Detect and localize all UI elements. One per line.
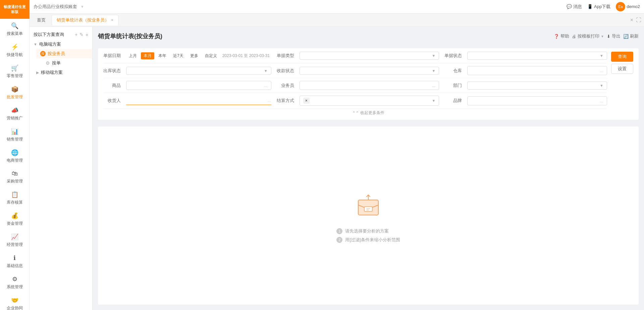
- window-close-button[interactable]: ×: [630, 17, 633, 23]
- tip2-text: 用[过滤]条件来缩小分析范围: [345, 237, 400, 243]
- tab-sales-stats[interactable]: 销货单统计表（按业务员） ×: [52, 15, 118, 25]
- docstatus-filter-cell: 单据状态 ▼: [439, 48, 607, 63]
- message-label: 消息: [573, 4, 582, 10]
- date-tab-7days[interactable]: 近7天: [170, 52, 186, 59]
- doctype-arrow: ▼: [432, 54, 435, 58]
- department-select[interactable]: ▼: [467, 82, 607, 90]
- sidebar-item-label: 搜索菜单: [7, 31, 23, 37]
- payment-status-select[interactable]: ▼: [300, 67, 439, 75]
- settlement-select[interactable]: × ▼: [300, 96, 439, 106]
- sidebar-item-label: 批发管理: [7, 94, 23, 100]
- sidebar-item-system[interactable]: ⚙ 系统管理: [0, 272, 29, 293]
- date-filter-cell: 单据日期 上月 本月 本年 近7天 更多 自定义 2023-03-01 至 20…: [103, 48, 271, 63]
- tab-sales-stats-label: 销货单统计表（按业务员）: [57, 17, 109, 23]
- sidebar-item-inventory[interactable]: 📋 库存核算: [0, 188, 29, 209]
- search-icon: 🔍: [11, 22, 18, 30]
- content-body: 1 请先选择要分析的方案 2 用[过滤]条件来缩小分析范围: [98, 126, 639, 305]
- sidebar-item-search[interactable]: 🔍 搜索菜单: [0, 19, 29, 40]
- tree-item-by-staff[interactable]: 按 按业务员: [36, 49, 92, 58]
- date-tab-more[interactable]: 更多: [187, 52, 201, 59]
- right-panel: 销货单统计表(按业务员) ❓ 帮助 🖨 按模板打印 ▼ ⬇ 导出: [93, 27, 644, 310]
- filter-area: 单据日期 上月 本月 本年 近7天 更多 自定义 2023-03-01 至 20…: [98, 48, 639, 120]
- sidebar-item-retail[interactable]: 🛒 零售管理: [0, 61, 29, 82]
- tab-close-icon[interactable]: ×: [111, 18, 113, 22]
- settings-button[interactable]: 设置: [611, 64, 633, 74]
- tip1-num: 1: [336, 228, 342, 234]
- wholesale-icon: 📦: [11, 86, 18, 93]
- brand-input[interactable]: ...: [467, 96, 607, 105]
- tree-mobile-section[interactable]: ▶ 移动端方案: [36, 68, 92, 77]
- tree-sub: 按 按业务员 ⚙ 按单 ▶ 移动端方案: [30, 49, 92, 77]
- tree-item-by-order[interactable]: ⚙ 按单: [36, 58, 92, 68]
- logo[interactable]: 畅捷通好生意 标版: [0, 0, 30, 19]
- collapse-button[interactable]: ⌃⌃ 收起更多条件: [352, 110, 384, 116]
- date-tab-custom[interactable]: 自定义: [202, 52, 220, 59]
- top-nav-left: 办公用品行业模拟账套 ▾: [34, 4, 85, 10]
- page-title: 销货单统计表(按业务员): [98, 32, 162, 40]
- ecommerce-icon: 🌐: [11, 149, 18, 156]
- print-button[interactable]: 🖨 按模板打印 ▼: [572, 33, 604, 39]
- window-expand-button[interactable]: ⛶: [636, 17, 641, 23]
- sidebar-item-ecommerce[interactable]: 🌐 电商管理: [0, 146, 29, 167]
- username-label: demo2: [627, 4, 640, 9]
- date-tab-last-month[interactable]: 上月: [126, 52, 140, 59]
- receiver-input[interactable]: ...: [126, 96, 271, 105]
- brand-dots: ...: [600, 98, 603, 103]
- edit-scheme-button[interactable]: ✎: [79, 32, 84, 37]
- department-label: 部门: [444, 83, 465, 89]
- sidebar-item-sales[interactable]: 📊 销售管理: [0, 124, 29, 146]
- user-menu-button[interactable]: Ea demo2: [616, 2, 640, 11]
- retail-icon: 🛒: [11, 64, 18, 72]
- tree-mobile-expand-icon: ▶: [36, 70, 39, 75]
- svg-rect-3: [366, 208, 370, 209]
- empty-state: 1 请先选择要分析的方案 2 用[过滤]条件来缩小分析范围: [336, 126, 400, 305]
- message-button[interactable]: 💬 消息: [567, 4, 582, 10]
- svg-rect-4: [366, 210, 369, 210]
- query-button[interactable]: 查询: [611, 52, 633, 62]
- warehouse-dots: ...: [600, 68, 603, 73]
- date-tab-this-year[interactable]: 本年: [156, 52, 169, 59]
- sidebar-item-label: 零售管理: [7, 73, 23, 79]
- tree-item-icon: ⚙: [46, 60, 50, 66]
- refresh-button[interactable]: 🔄 刷新: [623, 33, 639, 39]
- collapse-panel-button[interactable]: «: [86, 32, 88, 37]
- date-tab-this-month[interactable]: 本月: [141, 52, 154, 59]
- staff-input[interactable]: ...: [300, 81, 439, 90]
- brand-label: 品牌: [444, 98, 465, 104]
- sidebar-item-finance[interactable]: 💰 资金管理: [0, 209, 29, 230]
- inventory-icon: 📋: [11, 191, 18, 198]
- sidebar-item-enterprise[interactable]: 🤝 企业协同: [0, 293, 29, 310]
- collapse-label: 收起更多条件: [360, 110, 384, 116]
- sidebar-item-basic[interactable]: ℹ 基础信息: [0, 251, 29, 272]
- sidebar-item-operation[interactable]: 📈 经营管理: [0, 230, 29, 251]
- sidebar-item-shortcut[interactable]: ⚡ 快捷导航: [0, 40, 29, 61]
- help-icon: ❓: [554, 34, 559, 39]
- main-top: 销货单统计表(按业务员) ❓ 帮助 🖨 按模板打印 ▼ ⬇ 导出: [98, 32, 639, 40]
- receiver-dots: ...: [268, 98, 271, 103]
- help-button[interactable]: ❓ 帮助: [554, 33, 569, 39]
- settlement-x-tag: ×: [303, 98, 310, 104]
- tree-item-label: 按单: [52, 60, 61, 66]
- sidebar-item-wholesale[interactable]: 📦 批发管理: [0, 82, 29, 103]
- sidebar-item-marketing[interactable]: 📣 营销推广: [0, 103, 29, 124]
- product-input[interactable]: ...: [126, 81, 271, 90]
- enterprise-icon: 🤝: [11, 297, 18, 304]
- tree-desktop-label: 电脑端方案: [39, 41, 61, 47]
- add-scheme-button[interactable]: +: [75, 32, 77, 37]
- sidebar-item-label: 系统管理: [7, 284, 23, 290]
- tip2-num: 2: [336, 237, 342, 243]
- doctype-select[interactable]: ▼: [300, 52, 439, 60]
- stock-status-select[interactable]: ▼: [126, 67, 271, 75]
- avatar-initials: Ea: [619, 5, 623, 9]
- sidebar-item-purchase[interactable]: 🛍 采购管理: [0, 167, 29, 188]
- avatar: Ea: [616, 2, 625, 11]
- logo-text: 畅捷通好生意 标版: [4, 4, 26, 15]
- warehouse-input[interactable]: ...: [467, 66, 607, 75]
- docstatus-select[interactable]: ▼: [467, 52, 607, 60]
- tab-home[interactable]: 首页: [32, 15, 50, 25]
- operation-icon: 📈: [11, 233, 18, 241]
- tree-desktop-section[interactable]: ▼ 电脑端方案: [30, 40, 92, 49]
- export-button[interactable]: ⬇ 导出: [607, 33, 621, 39]
- app-download-button[interactable]: 📱 App下载: [587, 4, 610, 10]
- sidebar-item-label: 快捷导航: [7, 52, 23, 58]
